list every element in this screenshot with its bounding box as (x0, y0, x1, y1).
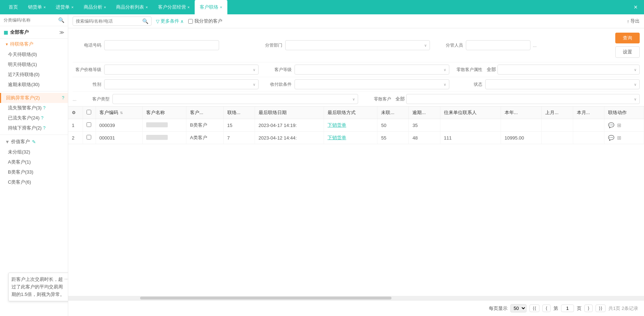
page-label: 第 (553, 305, 558, 312)
horizontal-scrollbar[interactable] (68, 296, 644, 300)
my-customers-checkbox[interactable] (188, 19, 193, 24)
total-text: 共1页 2条记录 (608, 305, 638, 312)
sidebar-item-declining[interactable]: 持续下滑客户(2) ? (0, 123, 68, 133)
nav-sales-close[interactable]: × (43, 5, 46, 9)
th-settings[interactable]: ⚙ (68, 107, 83, 119)
tooltip-close-icon[interactable]: ... (64, 274, 68, 282)
nav-product-analysis-label: 商品分析 (84, 4, 102, 10)
page-number-input[interactable] (561, 305, 574, 312)
td-customer-type-1: B类客户 (186, 119, 223, 132)
td-last-contact-date-2: 2023-04-12 14:44: (255, 132, 324, 144)
nav-product-analysis[interactable]: 商品分析 × (79, 0, 111, 14)
status-select[interactable]: ∨ (485, 79, 640, 89)
nav-sales[interactable]: 销货单 × (23, 0, 51, 14)
td-overdue-2: 48 (409, 132, 440, 144)
row1-last-contact-method[interactable]: 下销货单 (328, 122, 346, 128)
row2-checkbox[interactable] (87, 135, 91, 140)
more-conditions-button[interactable]: ▽ 更多条件 ∧ (156, 18, 184, 24)
row1-chat-icon[interactable]: 💬 (608, 122, 614, 128)
nav-customer-contact[interactable]: 客户联络 × (195, 0, 227, 14)
lost-preview-help-icon[interactable]: ? (43, 105, 46, 110)
sidebar-value-group[interactable]: ▼ 价值客户 ✎ (0, 136, 68, 147)
branch-dept-select[interactable]: ∨ (285, 40, 430, 50)
sidebar-item-lost-preview[interactable]: 流失预警客户(3) ? (0, 103, 68, 113)
sidebar-item-tomorrow[interactable]: 明天待联络(1) (0, 60, 68, 70)
retail-attr-select[interactable]: ∨ (497, 65, 640, 75)
td-name-1 (142, 119, 186, 132)
td-code-2: 000031 (96, 132, 142, 144)
repurchase-help-icon[interactable]: ? (62, 95, 64, 100)
nav-product-list[interactable]: 商品分析列表 × (111, 0, 153, 14)
th-name: 客户名称 (142, 107, 186, 119)
customer-level-select[interactable]: ∨ (295, 65, 449, 75)
sidebar-item-repurchase-abnormal[interactable]: 回购异常客户(2) ? (0, 93, 68, 103)
sidebar-item-b-class[interactable]: B类客户(33) (0, 167, 68, 177)
sidebar-search-icon[interactable]: 🔍 (58, 17, 64, 23)
customer-type-arrow-icon: ∨ (352, 97, 355, 101)
nav-product-list-close[interactable]: × (145, 5, 148, 9)
select-all-checkbox[interactable] (87, 110, 91, 114)
value-edit-icon[interactable]: ✎ (32, 139, 36, 145)
phone-input[interactable] (104, 40, 219, 50)
prev-page-button[interactable]: ⟨ (542, 305, 551, 312)
nav-purchase-close[interactable]: × (71, 5, 73, 9)
payment-terms-select[interactable]: ∨ (295, 79, 449, 89)
row1-checkbox[interactable] (87, 122, 91, 127)
td-no-2: 2 (68, 132, 83, 144)
per-page-select[interactable]: 50 (510, 304, 527, 312)
tomorrow-label: 明天待联络(1) (8, 61, 37, 68)
query-button[interactable]: 查询 (615, 33, 640, 43)
sidebar-item-c-class[interactable]: C类客户(6) (0, 177, 68, 187)
row2-chat-icon[interactable]: 💬 (608, 135, 614, 141)
scroll-thumb[interactable] (140, 297, 392, 300)
filter-price-level-field: 客户价格等级 ∨ (73, 65, 259, 75)
th-contact-count-label: 联络... (227, 110, 241, 115)
sidebar-pending-group[interactable]: ▼ 待联络客户 (0, 39, 68, 49)
first-page-button[interactable]: ⟨⟨ (529, 305, 539, 312)
nav-customer-tier-close[interactable]: × (187, 5, 190, 9)
already-lost-help-icon[interactable]: ? (41, 115, 43, 121)
price-level-select[interactable]: ∨ (104, 65, 259, 75)
td-last-month-1 (542, 119, 573, 132)
unclassified-label: 未分组(32) (8, 149, 30, 155)
last-page-button[interactable]: ⟩⟩ (596, 305, 606, 312)
nav-customer-tier[interactable]: 客户分层经营 × (153, 0, 195, 14)
row2-qr-icon[interactable]: ⊞ (617, 135, 621, 141)
th-code[interactable]: 客户编码 ⇅ (96, 107, 142, 119)
close-all-button[interactable]: × (631, 4, 640, 11)
search-bar-icon[interactable]: 🔍 (142, 18, 148, 24)
customer-table: ⚙ 客户编码 ⇅ 客户名称 客户... (68, 107, 644, 144)
sidebar-item-already-lost[interactable]: 已流失客户(24) ? (0, 113, 68, 123)
row1-qr-icon[interactable]: ⊞ (617, 122, 621, 128)
sidebar-search-input[interactable] (4, 18, 58, 23)
nav-customer-contact-close[interactable]: × (220, 5, 222, 9)
settings-button[interactable]: 设置 (615, 46, 640, 58)
sidebar-item-overdue[interactable]: 逾期未联络(30) (0, 80, 68, 90)
row2-action-icons: 💬 ⊞ (608, 135, 640, 141)
export-button[interactable]: ↑ 导出 (627, 18, 640, 24)
sidebar-item-unclassified[interactable]: 未分组(32) (0, 147, 68, 157)
gender-select[interactable]: ∨ (104, 79, 259, 89)
today-label: 今天待联络(0) (8, 51, 37, 58)
retail-customer-select[interactable]: ∨ (406, 94, 640, 104)
collapse-icon[interactable]: ≫ (59, 30, 64, 35)
sidebar-item-today[interactable]: 今天待联络(0) (0, 49, 68, 60)
customer-type-select[interactable]: ∨ (112, 94, 358, 104)
price-level-label: 客户价格等级 (73, 67, 101, 73)
td-this-month-1 (573, 119, 604, 132)
th-name-label: 客户名称 (146, 110, 165, 115)
branch-person-more-icon[interactable]: ... (533, 43, 537, 48)
nav-home[interactable]: 首页 (4, 0, 23, 14)
th-last-month: 上月... (542, 107, 573, 119)
nav-purchase[interactable]: 进货单 × (51, 0, 78, 14)
nav-product-analysis-close[interactable]: × (104, 5, 106, 9)
declining-help-icon[interactable]: ? (43, 126, 46, 131)
sidebar-item-a-class[interactable]: A类客户(1) (0, 157, 68, 167)
th-checkbox (83, 107, 96, 119)
search-input[interactable] (76, 19, 142, 24)
retail-customer-value: 全部 (395, 96, 405, 102)
branch-person-input[interactable] (466, 40, 531, 50)
sidebar-item-7days[interactable]: 近7天待联络(0) (0, 70, 68, 80)
next-page-button[interactable]: ⟩ (584, 305, 593, 312)
row2-last-contact-method[interactable]: 下销货单 (328, 135, 346, 140)
